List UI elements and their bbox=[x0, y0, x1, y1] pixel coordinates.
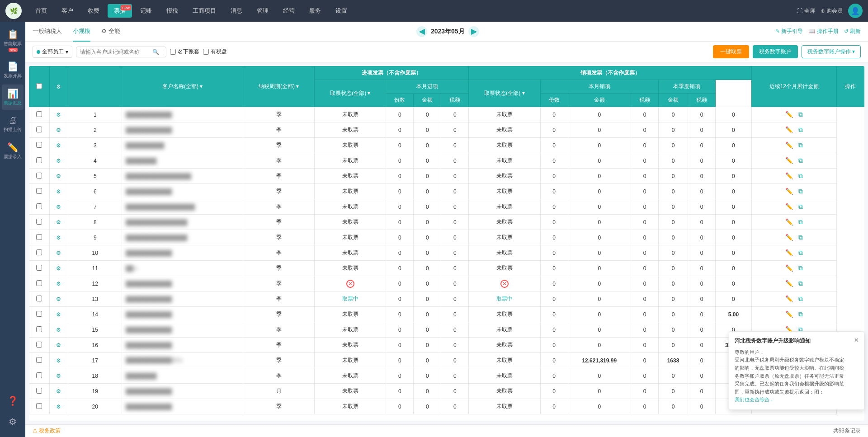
search-input[interactable] bbox=[80, 49, 152, 55]
search-box[interactable]: 🔍 bbox=[76, 47, 166, 57]
sidebar-item-config[interactable]: ⚙ bbox=[2, 413, 24, 432]
row-check-9[interactable] bbox=[36, 249, 42, 255]
row-edit-btn-3[interactable]: ✏️ bbox=[783, 156, 795, 165]
row-edit-btn-7[interactable]: ✏️ bbox=[783, 217, 795, 226]
nav-customers[interactable]: 客户 bbox=[55, 4, 80, 18]
row-check-11[interactable] bbox=[36, 280, 42, 286]
nav-service[interactable]: 服务 bbox=[303, 4, 327, 18]
row-edit-btn-0[interactable]: ✏️ bbox=[783, 110, 795, 119]
row-check-8[interactable] bbox=[36, 234, 42, 240]
row-edit-btn-11[interactable]: ✏️ bbox=[783, 279, 795, 288]
nav-operations[interactable]: 经营 bbox=[277, 4, 301, 18]
row-check-4[interactable] bbox=[36, 173, 42, 179]
sidebar-item-invoice-open[interactable]: 📄 发票开具 bbox=[2, 57, 24, 83]
nav-management[interactable]: 管理 bbox=[250, 4, 275, 18]
next-month-btn[interactable]: ▶ bbox=[468, 26, 479, 37]
row-copy-btn-3[interactable]: ⧉ bbox=[797, 156, 805, 165]
prev-month-btn[interactable]: ◀ bbox=[416, 26, 427, 37]
row-check-17[interactable] bbox=[36, 372, 42, 378]
nav-home[interactable]: 首页 bbox=[29, 4, 53, 18]
select-all-checkbox[interactable] bbox=[36, 83, 42, 89]
row-check-15[interactable] bbox=[36, 342, 42, 348]
sidebar-item-invoice-entry[interactable]: ✏️ 票据录入 bbox=[2, 138, 24, 164]
row-settings-icon-11[interactable]: ⚙ bbox=[56, 281, 61, 287]
digital-account-btn[interactable]: 税务数字账户 bbox=[753, 45, 798, 58]
row-check-16[interactable] bbox=[36, 357, 42, 363]
row-settings-icon-7[interactable]: ⚙ bbox=[56, 219, 61, 226]
nav-fees[interactable]: 收费 bbox=[81, 4, 106, 18]
operation-manual-btn[interactable]: 📖 操作手册 bbox=[808, 28, 838, 35]
row-settings-icon-14[interactable]: ⚙ bbox=[56, 327, 61, 333]
has-taxpad-checkbox[interactable] bbox=[203, 49, 209, 55]
row-check-6[interactable] bbox=[36, 203, 42, 209]
row-settings-icon-17[interactable]: ⚙ bbox=[56, 373, 61, 379]
row-copy-btn-8[interactable]: ⧉ bbox=[797, 233, 805, 242]
row-copy-btn-11[interactable]: ⧉ bbox=[797, 279, 805, 288]
vip-btn[interactable]: ⊕ 购会员 bbox=[821, 7, 843, 15]
sidebar-item-help[interactable]: ❓ bbox=[2, 392, 24, 411]
row-check-12[interactable] bbox=[36, 296, 42, 301]
sidebar-item-invoice-summary[interactable]: 📊 票据汇总 bbox=[2, 85, 24, 110]
row-copy-btn-5[interactable]: ⧉ bbox=[797, 187, 805, 196]
row-edit-btn-2[interactable]: ✏️ bbox=[783, 141, 795, 150]
row-settings-icon-12[interactable]: ⚙ bbox=[56, 296, 61, 302]
row-edit-btn-5[interactable]: ✏️ bbox=[783, 187, 795, 196]
digital-ops-btn[interactable]: 税务数字账户操作 ▾ bbox=[802, 45, 861, 58]
row-check-1[interactable] bbox=[36, 127, 42, 132]
row-check-0[interactable] bbox=[36, 111, 42, 117]
nav-bookkeeping[interactable]: 记账 bbox=[134, 4, 158, 18]
row-check-2[interactable] bbox=[36, 142, 42, 148]
row-edit-btn-4[interactable]: ✏️ bbox=[783, 171, 795, 180]
avatar[interactable]: 👤 bbox=[848, 4, 863, 18]
one-click-fetch-btn[interactable]: 一键取票 bbox=[713, 45, 749, 58]
fullscreen-btn[interactable]: ⛶ 全屏 bbox=[797, 7, 815, 15]
nav-messages[interactable]: 消息 bbox=[224, 4, 249, 18]
row-edit-btn-6[interactable]: ✏️ bbox=[783, 202, 795, 211]
row-check-5[interactable] bbox=[36, 188, 42, 194]
sidebar-item-smart-fetch[interactable]: 📋 智能取票 new bbox=[2, 25, 24, 56]
row-edit-btn-10[interactable]: ✏️ bbox=[783, 263, 795, 273]
sub-accounts-checkbox[interactable] bbox=[170, 49, 176, 55]
row-settings-icon-16[interactable]: ⚙ bbox=[56, 357, 61, 364]
notification-close-btn[interactable]: ✕ bbox=[854, 337, 859, 345]
notification-link[interactable]: 我们也会合综合... bbox=[735, 397, 774, 402]
row-settings-icon-0[interactable]: ⚙ bbox=[56, 112, 61, 118]
row-settings-icon-8[interactable]: ⚙ bbox=[56, 235, 61, 241]
row-check-13[interactable] bbox=[36, 311, 42, 317]
row-edit-btn-9[interactable]: ✏️ bbox=[783, 248, 795, 257]
nav-tax[interactable]: 报税 bbox=[160, 4, 184, 18]
row-settings-icon-2[interactable]: ⚙ bbox=[56, 142, 61, 149]
nav-invoices[interactable]: 票据 new bbox=[108, 4, 132, 18]
row-settings-icon-3[interactable]: ⚙ bbox=[56, 158, 61, 164]
checkbox-has-taxpad[interactable]: 有税盘 bbox=[203, 48, 227, 56]
row-settings-icon-10[interactable]: ⚙ bbox=[56, 265, 61, 272]
search-icon[interactable]: 🔍 bbox=[152, 49, 159, 55]
row-edit-btn-1[interactable]: ✏️ bbox=[783, 125, 795, 134]
row-settings-icon-5[interactable]: ⚙ bbox=[56, 188, 61, 195]
row-edit-btn-8[interactable]: ✏️ bbox=[783, 233, 795, 242]
new-guide-btn[interactable]: ✎ 新手引导 bbox=[775, 28, 803, 35]
row-copy-btn-0[interactable]: ⧉ bbox=[797, 110, 805, 119]
row-settings-icon-15[interactable]: ⚙ bbox=[56, 342, 61, 348]
employee-select[interactable]: 全部员工 ▾ bbox=[33, 46, 72, 58]
row-check-3[interactable] bbox=[36, 157, 42, 163]
row-copy-btn-13[interactable]: ⧉ bbox=[797, 310, 805, 319]
row-copy-btn-4[interactable]: ⧉ bbox=[797, 171, 805, 181]
row-check-14[interactable] bbox=[36, 326, 42, 332]
row-edit-btn-12[interactable]: ✏️ bbox=[783, 294, 795, 303]
row-copy-btn-12[interactable]: ⧉ bbox=[797, 294, 805, 304]
row-check-19[interactable] bbox=[36, 403, 42, 409]
tab-small-scale[interactable]: 小规模 bbox=[73, 22, 90, 42]
nav-business[interactable]: 工商项目 bbox=[186, 4, 222, 18]
tax-policy-link[interactable]: ⚠ 税务政策 bbox=[33, 427, 61, 435]
row-copy-btn-10[interactable]: ⧉ bbox=[797, 263, 805, 273]
row-copy-btn-6[interactable]: ⧉ bbox=[797, 202, 805, 211]
row-copy-btn-2[interactable]: ⧉ bbox=[797, 141, 805, 150]
tab-all[interactable]: ♻ 全能 bbox=[101, 22, 120, 42]
sidebar-item-scan-upload[interactable]: 🖨 扫描上传 bbox=[2, 112, 24, 136]
row-check-10[interactable] bbox=[36, 265, 42, 271]
row-edit-btn-13[interactable]: ✏️ bbox=[783, 310, 795, 319]
nav-settings[interactable]: 设置 bbox=[329, 4, 354, 18]
row-settings-icon-1[interactable]: ⚙ bbox=[56, 127, 61, 133]
row-settings-icon-13[interactable]: ⚙ bbox=[56, 311, 61, 318]
